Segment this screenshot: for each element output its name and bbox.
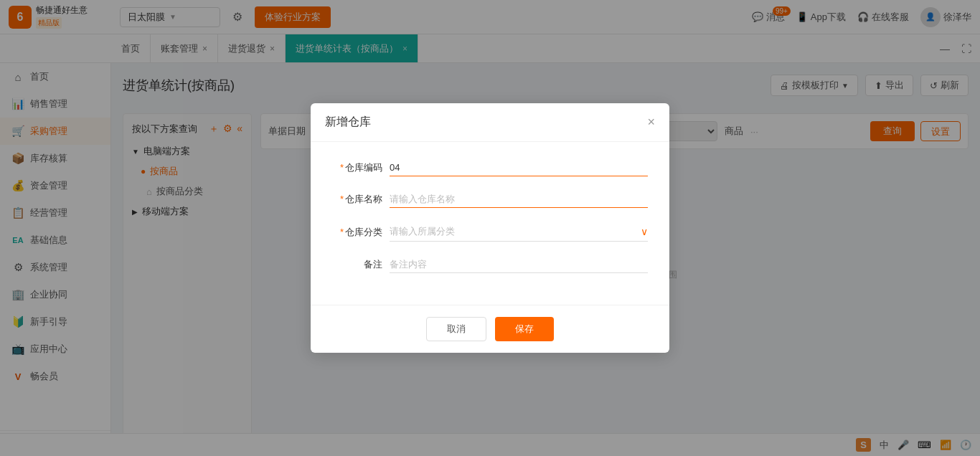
form-row-code: 仓库编码 (332, 159, 648, 176)
modal-title: 新增仓库 (325, 115, 371, 130)
code-label: 仓库编码 (332, 161, 382, 174)
form-row-remark: 备注 (332, 256, 648, 273)
form-row-name: 仓库名称 (332, 191, 648, 208)
remark-input[interactable] (390, 256, 648, 273)
modal-overlay[interactable]: 新增仓库 × 仓库编码 仓库名称 仓库分类 请输入所属分类 ∨ (0, 0, 980, 456)
name-input[interactable] (390, 191, 648, 208)
category-label: 仓库分类 (332, 226, 382, 239)
modal-header: 新增仓库 × (311, 103, 669, 142)
name-label: 仓库名称 (332, 193, 382, 206)
modal-add-warehouse: 新增仓库 × 仓库编码 仓库名称 仓库分类 请输入所属分类 ∨ (311, 103, 669, 353)
cancel-button[interactable]: 取消 (426, 317, 486, 341)
form-row-category: 仓库分类 请输入所属分类 ∨ (332, 222, 648, 242)
modal-close-button[interactable]: × (647, 115, 655, 130)
category-placeholder: 请输入所属分类 (390, 225, 641, 238)
category-dropdown-icon: ∨ (641, 226, 648, 237)
code-input[interactable] (390, 159, 648, 176)
remark-label: 备注 (332, 258, 382, 271)
modal-body: 仓库编码 仓库名称 仓库分类 请输入所属分类 ∨ 备注 (311, 142, 669, 305)
save-button[interactable]: 保存 (495, 317, 554, 341)
category-select[interactable]: 请输入所属分类 ∨ (390, 222, 648, 242)
modal-footer: 取消 保存 (311, 305, 669, 353)
